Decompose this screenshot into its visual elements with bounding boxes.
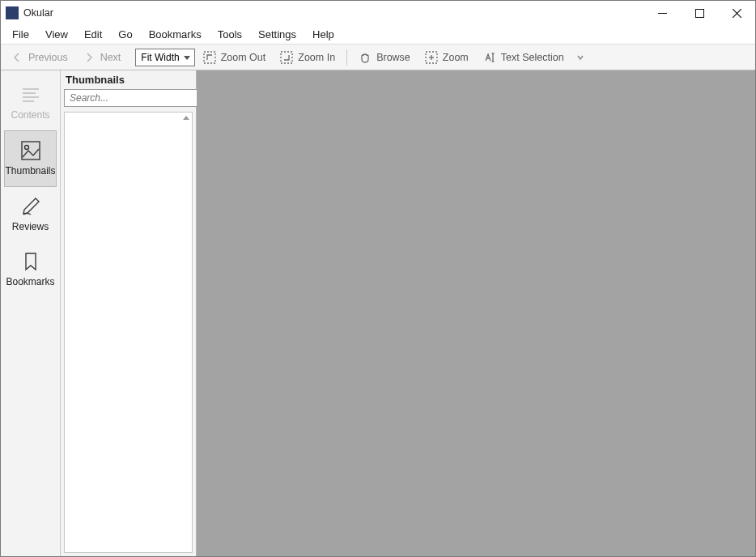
reviews-label: Reviews	[12, 221, 49, 232]
maximize-button[interactable]	[681, 1, 718, 25]
svg-point-17	[24, 146, 28, 150]
chevron-right-icon	[83, 51, 96, 64]
svg-rect-1	[695, 9, 703, 17]
text-selection-icon	[483, 51, 496, 64]
side-panel: Thumbnails	[61, 70, 197, 556]
zoom-mode-select[interactable]: Fit Width	[135, 49, 194, 66]
sidebar-tabs: Contents Thumbnails Reviews Bookmarks	[1, 70, 61, 556]
bookmarks-label: Bookmarks	[6, 276, 54, 287]
zoom-out-icon	[203, 51, 216, 64]
zoom-out-button[interactable]: Zoom Out	[197, 49, 273, 66]
menu-bookmarks[interactable]: Bookmarks	[141, 26, 210, 43]
selection-mode-dropdown[interactable]	[572, 54, 588, 61]
toolbar: Previous Next Fit Width Zoom Out Zoom In…	[1, 45, 755, 70]
zoom-marquee-icon	[425, 51, 438, 64]
reviews-icon	[19, 195, 42, 218]
zoom-in-button[interactable]: Zoom In	[274, 49, 342, 66]
previous-button[interactable]: Previous	[4, 49, 74, 66]
window-title: Okular	[23, 7, 53, 19]
svg-rect-4	[204, 52, 215, 63]
next-label: Next	[100, 52, 121, 63]
zoom-mode-value: Fit Width	[141, 52, 179, 63]
thumbnail-list[interactable]	[64, 112, 193, 553]
menu-settings[interactable]: Settings	[250, 26, 304, 43]
browse-label: Browse	[376, 52, 410, 63]
thumbnails-icon	[19, 139, 42, 162]
search-input[interactable]	[64, 89, 197, 107]
next-button[interactable]: Next	[76, 49, 128, 66]
chevron-left-icon	[11, 51, 23, 64]
chevron-down-icon	[577, 54, 584, 61]
zoom-in-icon	[280, 51, 293, 64]
sidebar-tab-thumbnails[interactable]: Thumbnails	[4, 130, 57, 187]
hand-icon	[359, 51, 372, 64]
document-area[interactable]	[197, 70, 755, 556]
minimize-button[interactable]	[643, 1, 681, 25]
scroll-up-icon[interactable]	[182, 114, 190, 122]
menu-help[interactable]: Help	[304, 26, 342, 43]
close-button[interactable]	[718, 1, 755, 25]
thumbnails-label: Thumbnails	[5, 165, 55, 176]
menu-view[interactable]: View	[37, 26, 76, 43]
app-icon	[6, 6, 19, 19]
sidebar-tab-reviews[interactable]: Reviews	[1, 187, 60, 242]
menu-bar: File View Edit Go Bookmarks Tools Settin…	[1, 25, 755, 45]
text-selection-label: Text Selection	[501, 52, 564, 63]
browse-button[interactable]: Browse	[352, 49, 417, 66]
svg-rect-5	[281, 52, 292, 63]
menu-edit[interactable]: Edit	[76, 26, 110, 43]
contents-icon	[19, 83, 42, 106]
contents-label: Contents	[11, 109, 49, 121]
previous-label: Previous	[28, 52, 68, 63]
sidebar-tab-bookmarks[interactable]: Bookmarks	[1, 242, 60, 297]
zoom-tool-button[interactable]: Zoom	[418, 49, 475, 66]
menu-go[interactable]: Go	[110, 26, 140, 43]
zoom-tool-label: Zoom	[443, 52, 469, 63]
zoom-in-label: Zoom In	[298, 52, 335, 63]
bookmarks-icon	[19, 250, 42, 273]
side-panel-header: Thumbnails	[61, 70, 196, 89]
sidebar-tab-contents[interactable]: Contents	[1, 75, 60, 130]
separator	[346, 49, 347, 66]
menu-file[interactable]: File	[4, 26, 37, 43]
menu-tools[interactable]: Tools	[210, 26, 250, 43]
zoom-out-label: Zoom Out	[221, 52, 266, 63]
title-bar: Okular	[1, 1, 755, 25]
text-selection-button[interactable]: Text Selection	[477, 49, 571, 66]
